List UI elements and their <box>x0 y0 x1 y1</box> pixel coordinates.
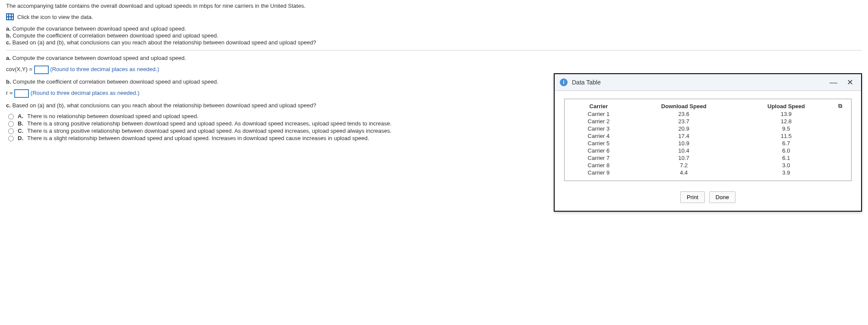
table-row: Carrier 710.76.1 <box>569 154 847 162</box>
r-round-note: (Round to three decimal places as needed… <box>31 90 139 96</box>
table-row: Carrier 87.23.0 <box>569 162 847 169</box>
click-icon-text: Click the icon to view the data. <box>17 14 93 20</box>
q-b-letter: b. <box>6 32 11 39</box>
table-row: Carrier 417.411.5 <box>569 132 847 140</box>
option-c-radio[interactable] <box>8 128 14 134</box>
th-upload: Upload Speed <box>739 102 833 110</box>
th-download: Download Speed <box>628 102 739 110</box>
work-c-prompt: Based on (a) and (b), what conclusions c… <box>12 102 316 109</box>
table-row: Carrier 510.96.7 <box>569 140 847 147</box>
th-carrier: Carrier <box>569 102 628 110</box>
option-d-letter: D. <box>18 135 25 141</box>
q-a-text: Compute the covariance between download … <box>12 25 186 32</box>
table-row: Carrier 94.43.9 <box>569 169 847 176</box>
intro-text: The accompanying table contains the over… <box>6 3 862 9</box>
cov-input[interactable] <box>34 66 49 74</box>
work-a-letter: a. <box>6 55 11 61</box>
close-icon[interactable]: ✕ <box>844 78 856 87</box>
option-a-radio[interactable] <box>8 114 14 119</box>
option-b-radio[interactable] <box>8 121 14 127</box>
info-icon: i <box>560 78 568 86</box>
option-a-letter: A. <box>18 113 25 119</box>
option-c-letter: C. <box>18 128 25 134</box>
q-a-letter: a. <box>6 25 11 32</box>
cov-round-note: (Round to three decimal places as needed… <box>50 66 159 72</box>
q-c-text: Based on (a) and (b), what conclusions c… <box>12 39 316 46</box>
option-c-text: There is a strong positive relationship … <box>27 128 391 134</box>
option-b-letter: B. <box>18 120 25 127</box>
work-c-letter: c. <box>6 102 11 109</box>
table-row: Carrier 123.613.9 <box>569 110 847 118</box>
table-row: Carrier 320.99.5 <box>569 125 847 132</box>
minimize-icon[interactable]: — <box>827 78 840 87</box>
table-icon[interactable] <box>6 13 14 20</box>
option-d-radio[interactable] <box>8 136 14 141</box>
table-row: Carrier 223.712.8 <box>569 118 847 125</box>
option-b-text: There is a strong positive relationship … <box>27 120 391 127</box>
copy-icon[interactable]: ⧉ <box>838 103 842 109</box>
r-label: r = <box>6 90 13 96</box>
cov-label: cov(X,Y) = <box>6 66 32 72</box>
data-table: Carrier Download Speed Upload Speed ⧉ Ca… <box>569 102 847 176</box>
data-table-modal: i Data Table — ✕ Carrier Download Speed … <box>554 73 862 212</box>
table-row: Carrier 610.46.0 <box>569 147 847 154</box>
r-input[interactable] <box>14 89 29 98</box>
option-d-text: There is a slight relationship between d… <box>27 135 369 141</box>
divider <box>6 50 862 50</box>
work-b-letter: b. <box>6 78 11 85</box>
option-a-text: There is no relationship between downloa… <box>27 113 199 119</box>
work-b-prompt: Compute the coefficient of correlation b… <box>13 78 218 85</box>
modal-title: Data Table <box>572 79 823 86</box>
print-button[interactable]: Print <box>680 191 705 203</box>
q-b-text: Compute the coefficient of correlation b… <box>13 32 218 39</box>
q-c-letter: c. <box>6 39 11 46</box>
work-a-prompt: Compute the covariance between download … <box>12 55 186 61</box>
done-button[interactable]: Done <box>709 191 735 203</box>
